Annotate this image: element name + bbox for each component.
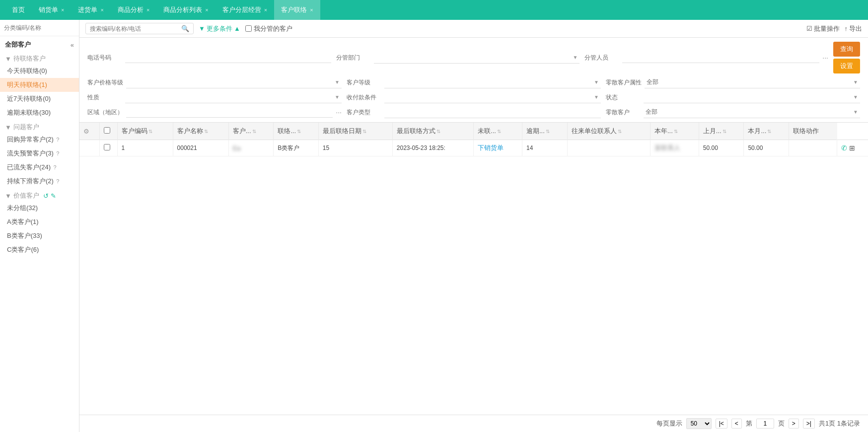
sidebar-item-today-pending[interactable]: 今天待联络(0) (0, 64, 79, 78)
close-icon[interactable]: × (61, 7, 64, 13)
row-select-checkbox[interactable] (104, 144, 110, 150)
area-input[interactable] (126, 107, 333, 118)
settings-button[interactable]: 设置 (833, 59, 860, 73)
chevron-down-icon: ▼ (335, 94, 340, 100)
sidebar-item-churn-warning[interactable]: 流失预警客户(3) ? (0, 146, 79, 160)
batch-op-button[interactable]: ☑ 批量操作 (806, 24, 840, 33)
triangle-icon: ▼ (5, 192, 11, 200)
my-customer-check-input[interactable] (245, 25, 252, 32)
price-level-select[interactable]: ▼ (126, 76, 342, 88)
sort-icon[interactable]: ⇅ (618, 129, 622, 134)
customer-level-select[interactable]: ▼ (384, 76, 601, 88)
sort-icon[interactable]: ⇅ (362, 129, 366, 134)
sidebar-item-class-b[interactable]: B类客户(33) (0, 229, 79, 243)
phone-input[interactable] (125, 53, 331, 63)
export-button[interactable]: ↑ 导出 (845, 24, 863, 33)
sort-icon[interactable]: ⇅ (297, 129, 301, 134)
dept-select[interactable]: ▼ (374, 52, 580, 64)
first-page-button[interactable]: |< (716, 419, 727, 429)
chevron-down-icon: ▼ (594, 94, 599, 100)
dots-icon[interactable]: ··· (822, 54, 828, 62)
sort-icon[interactable]: ⇅ (436, 129, 440, 134)
row-contact-person: 某联系人 (650, 140, 699, 156)
filter-payment: 收付款条件 ▼ (347, 91, 601, 103)
collapse-icon[interactable]: « (71, 41, 74, 49)
close-icon[interactable]: × (205, 7, 208, 13)
customer-type-select[interactable] (384, 106, 601, 118)
contact-method-link[interactable]: 下销货单 (478, 144, 504, 151)
sort-icon[interactable]: ⇅ (497, 129, 501, 134)
dots-icon[interactable]: ··· (336, 108, 342, 116)
sidebar-item-declining[interactable]: 持续下滑客户(2) ? (0, 174, 79, 188)
prev-page-button[interactable]: < (731, 419, 742, 429)
th-contact-action: 联络动作 (789, 123, 837, 140)
toolbar-right: ☑ 批量操作 ↑ 导出 (806, 24, 863, 33)
sidebar-search-input[interactable] (4, 24, 78, 31)
sort-icon[interactable]: ⇅ (767, 129, 771, 134)
nav-purchase-order[interactable]: 进货单 × (71, 0, 110, 20)
th-uncontacted: 未联... ⇅ (474, 123, 522, 140)
close-icon[interactable]: × (264, 7, 267, 13)
last-page-button[interactable]: >| (803, 419, 815, 429)
contact-action-icon[interactable]: ✆ (841, 144, 847, 152)
sidebar-item-tomorrow-pending[interactable]: 明天待联络(1) (0, 78, 79, 92)
more-filter-button[interactable]: ▼ 更多条件 ▲ (199, 24, 240, 33)
nav-product-analysis[interactable]: 商品分析 × (111, 0, 156, 20)
retail-customer-select[interactable]: 全部 ▼ (644, 106, 860, 118)
sort-icon[interactable]: ⇅ (674, 129, 678, 134)
search-input[interactable] (90, 25, 179, 32)
sidebar-item-churned[interactable]: 已流失客户(24) ? (0, 160, 79, 174)
sidebar-item-abnormal-repurchase[interactable]: 回购异常客户(2) ? (0, 133, 79, 146)
status-select[interactable]: ▼ (644, 91, 860, 103)
sort-icon[interactable]: ⇅ (148, 129, 152, 134)
th-contact-count: 联络... ⇅ (274, 123, 319, 140)
filter-customer-level: 客户等级 ▼ (347, 76, 601, 88)
sidebar-item-7days-pending[interactable]: 近7天待联络(0) (0, 92, 79, 106)
th-this-year: 本年... ⇅ (650, 123, 699, 140)
nav-customer-stratify[interactable]: 客户分层经营 × (216, 0, 274, 20)
next-page-button[interactable]: > (789, 419, 799, 429)
gender-select[interactable]: ▼ (125, 91, 342, 103)
close-icon[interactable]: × (100, 7, 103, 13)
close-icon[interactable]: × (310, 7, 313, 13)
page-input[interactable] (756, 419, 774, 429)
filter-status: 状态 ▼ (606, 91, 860, 103)
query-button[interactable]: 查询 (833, 42, 860, 57)
filter-price-level: 客户价格等级 ▼ (87, 76, 342, 88)
sidebar-item-class-c[interactable]: C类客户(6) (0, 243, 79, 257)
footer: 每页显示 50 100 200 |< < 第 页 > >| 共1页 1条记录 (79, 415, 868, 432)
th-last-contact-date: 最后联络日期 ⇅ (318, 123, 392, 140)
close-icon[interactable]: × (146, 7, 149, 13)
filter-icon: ▼ (199, 25, 205, 32)
payment-select[interactable]: ▼ (384, 91, 601, 103)
sort-icon[interactable]: ⇅ (723, 129, 726, 134)
nav-customer-contact[interactable]: 客户联络 × (274, 0, 320, 20)
refresh-icon[interactable]: ↺ (43, 192, 49, 200)
per-page-select[interactable]: 50 100 200 (686, 418, 712, 429)
th-last-contact-method: 最后联络方式 ⇅ (392, 123, 473, 140)
sidebar-item-ungrouped[interactable]: 未分组(32) (0, 201, 79, 215)
sidebar-item-class-a[interactable]: A类客户(1) (0, 215, 79, 229)
sort-icon[interactable]: ⇅ (252, 129, 256, 134)
nav-sales-order[interactable]: 销货单 × (32, 0, 71, 20)
person-input[interactable] (622, 53, 819, 63)
chevron-down-icon: ▼ (853, 79, 858, 85)
sort-icon[interactable]: ⇅ (204, 129, 208, 134)
my-customer-checkbox[interactable]: 我分管的客户 (245, 24, 292, 33)
table-row: 1 000021 Ea B类客户 15 2023-05-23 18:25: 下销… (79, 140, 868, 156)
retail-attr-select[interactable]: 全部 ▼ (645, 76, 860, 88)
gear-icon[interactable]: ⚙ (83, 128, 89, 135)
edit-icon[interactable]: ✎ (51, 192, 56, 200)
row-overdue (567, 140, 650, 156)
pending-group-label: ▼ 待联络客户 (0, 51, 79, 64)
search-box: 🔍 (85, 23, 194, 34)
filter-panel: 电话号码 分管部门 ▼ 分管人员 ··· 查询 设置 (79, 38, 868, 123)
top-nav: 首页 销货单 × 进货单 × 商品分析 × 商品分析列表 × 客户分层经营 × … (0, 0, 868, 20)
nav-home[interactable]: 首页 (5, 0, 32, 20)
grid-action-icon[interactable]: ⊞ (849, 144, 855, 152)
sort-icon[interactable]: ⇅ (546, 129, 550, 134)
sidebar-item-overdue-pending[interactable]: 逾期未联络(30) (0, 106, 79, 120)
nav-product-analysis-list[interactable]: 商品分析列表 × (156, 0, 215, 20)
search-icon[interactable]: 🔍 (181, 25, 189, 32)
select-all-checkbox[interactable] (104, 127, 110, 134)
